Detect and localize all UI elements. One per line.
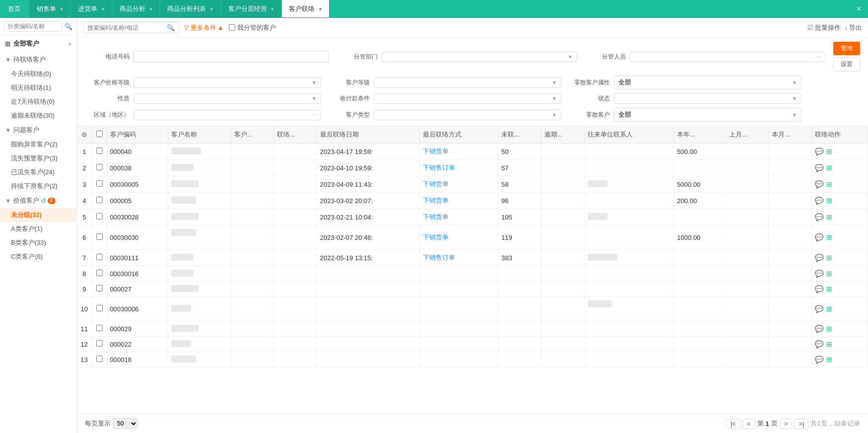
- row-checkbox[interactable]: [96, 285, 103, 291]
- tab-sales-close[interactable]: ×: [60, 6, 63, 12]
- my-customers-filter[interactable]: 我分管的客户: [229, 23, 276, 32]
- nature-select[interactable]: ▼: [134, 93, 321, 104]
- export-btn[interactable]: ↓ 导出: [845, 23, 863, 32]
- sidebar-item-declining[interactable]: 持续下滑客户(2): [0, 179, 76, 193]
- row-checkbox[interactable]: [96, 233, 103, 240]
- tab-purchase[interactable]: 进货单 ×: [71, 0, 111, 17]
- row-checkbox-cell[interactable]: [92, 144, 107, 160]
- last-method-link[interactable]: 下销货单: [423, 180, 449, 188]
- tab-customer-contact[interactable]: 客户联络 ×: [282, 0, 329, 17]
- row-checkbox[interactable]: [96, 180, 103, 187]
- last-method-link[interactable]: 下销货单: [423, 147, 449, 155]
- message-icon[interactable]: 💬: [815, 356, 823, 363]
- query-btn[interactable]: 查询: [833, 42, 860, 55]
- message-icon[interactable]: 💬: [815, 233, 823, 241]
- per-page-select[interactable]: 50 100 200: [113, 418, 138, 429]
- grid-action-icon[interactable]: ⊞: [826, 305, 832, 313]
- last-method-link[interactable]: 下销货单: [423, 213, 449, 220]
- grid-action-icon[interactable]: ⊞: [826, 213, 832, 221]
- sidebar-item-tomorrow-pending[interactable]: 明天待联络(1): [0, 81, 76, 95]
- manager-select[interactable]: ···: [630, 52, 825, 62]
- row-checkbox-cell[interactable]: [92, 352, 107, 367]
- message-icon[interactable]: 💬: [815, 340, 823, 348]
- grid-action-icon[interactable]: ⊞: [826, 325, 832, 333]
- select-all-checkbox[interactable]: [96, 131, 103, 137]
- grid-action-icon[interactable]: ⊞: [826, 340, 832, 348]
- grid-action-icon[interactable]: ⊞: [826, 254, 832, 262]
- row-checkbox[interactable]: [96, 356, 103, 362]
- region-dots[interactable]: ···: [313, 112, 317, 118]
- sidebar-item-a-class[interactable]: A类客户(1): [0, 222, 76, 236]
- tab-sales[interactable]: 销售单 ×: [30, 0, 70, 17]
- sidebar-item-7days-pending[interactable]: 近7天待联络(0): [0, 95, 76, 109]
- sidebar-all-customers[interactable]: ⊞ 全部客户 «: [0, 35, 76, 52]
- grid-action-icon[interactable]: ⊞: [826, 285, 832, 293]
- row-checkbox-cell[interactable]: [92, 250, 107, 266]
- collapse-icon[interactable]: «: [68, 41, 71, 47]
- next-page-btn[interactable]: >: [780, 419, 793, 429]
- first-page-btn[interactable]: |<: [726, 419, 740, 429]
- dept-select[interactable]: ▼: [382, 52, 577, 62]
- row-checkbox[interactable]: [96, 340, 103, 347]
- tab-analysis-list[interactable]: 商品分析列表 ×: [160, 0, 220, 17]
- tab-analysis-close[interactable]: ×: [149, 6, 152, 12]
- last-method-link[interactable]: 下销售订单: [423, 164, 455, 171]
- last-method-link[interactable]: 下销售订单: [423, 254, 455, 261]
- manager-dots[interactable]: ···: [817, 54, 821, 60]
- grid-action-icon[interactable]: ⊞: [826, 164, 832, 172]
- row-checkbox-cell[interactable]: [92, 193, 107, 209]
- grid-action-icon[interactable]: ⊞: [826, 147, 832, 155]
- tab-purchase-close[interactable]: ×: [101, 6, 104, 12]
- message-icon[interactable]: 💬: [815, 213, 823, 221]
- reset-btn[interactable]: 设置: [833, 57, 860, 72]
- sidebar-item-churn-warn[interactable]: 流失预警客户(3): [0, 151, 76, 165]
- refresh-icon[interactable]: ↺: [41, 197, 46, 205]
- message-icon[interactable]: 💬: [815, 254, 823, 262]
- select-all-col[interactable]: [92, 126, 107, 144]
- retail-select[interactable]: 全部 ▼: [614, 108, 801, 122]
- sidebar-item-c-class[interactable]: C类客户(6): [0, 250, 76, 264]
- grid-action-icon[interactable]: ⊞: [826, 270, 832, 278]
- grid-action-icon[interactable]: ⊞: [826, 180, 832, 188]
- window-close-btn[interactable]: ×: [850, 4, 868, 13]
- message-icon[interactable]: 💬: [815, 147, 823, 155]
- last-page-btn[interactable]: >|: [794, 419, 808, 429]
- row-checkbox[interactable]: [96, 325, 103, 331]
- message-icon[interactable]: 💬: [815, 305, 823, 313]
- sidebar-score-group[interactable]: ▼ 价值客户 ↺ F: [0, 193, 76, 208]
- message-icon[interactable]: 💬: [815, 164, 823, 172]
- batch-op-btn[interactable]: ☑ 批量操作: [807, 23, 841, 32]
- message-icon[interactable]: 💬: [815, 270, 823, 278]
- grid-action-icon[interactable]: ⊞: [826, 197, 832, 205]
- message-icon[interactable]: 💬: [815, 285, 823, 293]
- more-conditions-btn[interactable]: ▽ 更多条件 ▲: [184, 23, 224, 32]
- sidebar-item-hoarding[interactable]: 囤购异常客户(2): [0, 138, 76, 151]
- row-checkbox[interactable]: [96, 213, 103, 219]
- message-icon[interactable]: 💬: [815, 180, 823, 188]
- payment-select[interactable]: ▼: [374, 93, 561, 104]
- sidebar-problem-group[interactable]: ▼ 问题客户: [0, 123, 76, 138]
- row-checkbox-cell[interactable]: [92, 176, 107, 193]
- row-checkbox-cell[interactable]: [92, 266, 107, 282]
- message-icon[interactable]: 💬: [815, 197, 823, 205]
- retail-attr-select[interactable]: 全部 ▼: [614, 75, 801, 89]
- settings-col[interactable]: ⚙: [77, 126, 92, 144]
- row-checkbox-cell[interactable]: [92, 321, 107, 337]
- sidebar-item-ungroup[interactable]: 未分组(32): [0, 208, 76, 222]
- row-checkbox[interactable]: [96, 270, 103, 276]
- last-method-link[interactable]: 下销货单: [423, 197, 449, 204]
- row-checkbox[interactable]: [96, 164, 103, 170]
- tab-home[interactable]: 首页: [0, 0, 29, 17]
- sidebar-search-icon[interactable]: 🔍: [65, 23, 72, 30]
- prev-page-btn[interactable]: <: [742, 419, 755, 429]
- row-checkbox[interactable]: [96, 305, 103, 311]
- row-checkbox-cell[interactable]: [92, 225, 107, 250]
- message-icon[interactable]: 💬: [815, 325, 823, 333]
- tab-customer-mgmt[interactable]: 客户分层经营 ×: [221, 0, 281, 17]
- filter-search-input[interactable]: [87, 24, 167, 31]
- row-checkbox-cell[interactable]: [92, 282, 107, 297]
- sidebar-item-today-pending[interactable]: 今天待联络(0): [0, 67, 76, 81]
- sidebar-item-overdue-pending[interactable]: 逾期未联络(30): [0, 109, 76, 123]
- customer-level-select[interactable]: ▼: [374, 77, 561, 88]
- tab-analysis[interactable]: 商品分析 ×: [113, 0, 159, 17]
